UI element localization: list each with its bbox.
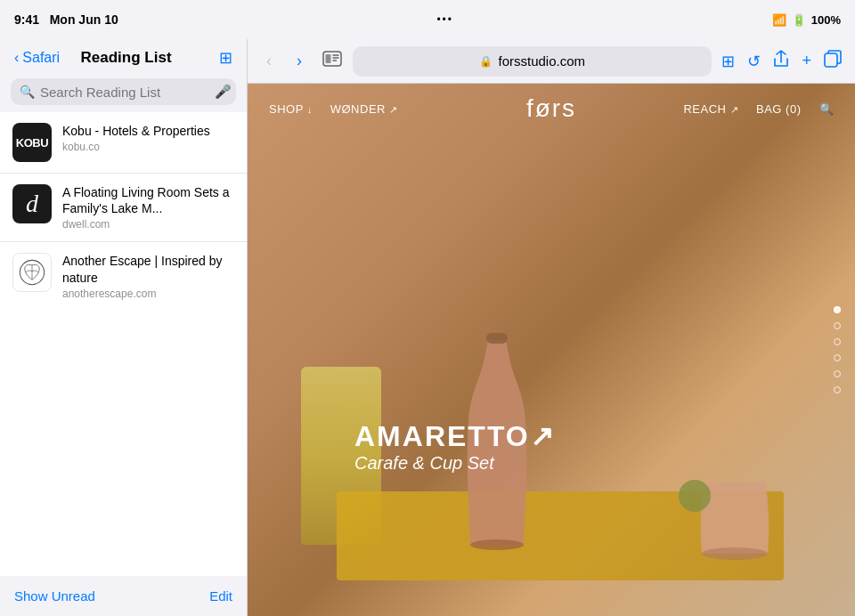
status-right: 📶 🔋 100% [772, 13, 841, 27]
reading-list: KOBU Kobu - Hotels & Properties kobu.co … [0, 112, 247, 576]
reach-arrow-icon: ↗ [730, 104, 739, 116]
time-display: 9:41 [14, 12, 39, 27]
nav-left: SHOP ↓ WØNDER ↗ [269, 102, 398, 116]
item-content: Kobu - Hotels & Properties kobu.co [62, 123, 234, 153]
item-url: dwell.com [62, 218, 234, 231]
new-tab-button[interactable]: + [797, 48, 816, 74]
svg-point-11 [679, 480, 711, 512]
slide-dot-5[interactable] [834, 370, 841, 377]
svg-rect-9 [486, 333, 508, 344]
shop-arrow-icon: ↓ [307, 104, 313, 115]
grid-view-button[interactable]: ⊞ [219, 48, 232, 68]
nav-shop[interactable]: SHOP ↓ [269, 102, 313, 116]
list-item[interactable]: d A Floating Living Room Sets a Family's… [0, 174, 247, 242]
item-url: anotherescape.com [62, 288, 234, 300]
sidebar-footer: Show Unread Edit [0, 576, 247, 616]
item-favicon-kobu: KOBU [12, 123, 52, 162]
leaf-svg-icon [19, 259, 45, 286]
nav-bag[interactable]: BAG (0) [756, 102, 801, 116]
tabs-overview-button[interactable] [819, 46, 846, 76]
wonder-arrow-icon: ↗ [389, 104, 398, 116]
sidebar-title: Reading List [33, 49, 219, 67]
item-title: Kobu - Hotels & Properties [62, 123, 234, 139]
svg-point-8 [470, 539, 524, 550]
back-nav-button[interactable]: ‹ [256, 48, 281, 74]
svg-rect-3 [326, 54, 331, 63]
hero-text-overlay: AMARETTO↗ Carafe & Cup Set [354, 419, 556, 474]
item-title: Another Escape | Inspired by nature [62, 253, 234, 285]
item-url: kobu.co [62, 141, 234, 153]
status-center-dots: ••• [436, 13, 453, 26]
app-container: ‹ Safari Reading List ⊞ 🔍 🎤 KOBU Kobu - … [0, 39, 855, 616]
list-item[interactable]: Another Escape | Inspired by nature anot… [0, 242, 247, 310]
olive-decoration [677, 478, 712, 514]
nav-search-icon[interactable]: 🔍 [819, 102, 835, 116]
search-input[interactable] [40, 85, 209, 100]
website-nav: SHOP ↓ WØNDER ↗ førs REACH ↗ BAG (0) 🔍 [248, 84, 855, 134]
browser-area: ‹ › 🔒 forsstudio.com ⊞ ↺ [248, 39, 855, 616]
list-item[interactable]: KOBU Kobu - Hotels & Properties kobu.co [0, 112, 247, 174]
reading-list-add-button[interactable]: ⊞ [717, 48, 739, 75]
slide-dots [834, 306, 841, 393]
nav-right: REACH ↗ BAG (0) 🔍 [683, 102, 834, 116]
item-title: A Floating Living Room Sets a Family's L… [62, 184, 234, 216]
back-chevron-icon: ‹ [14, 50, 19, 66]
toolbar-actions: ⊞ ↺ + [717, 46, 846, 76]
sidebar-header: ‹ Safari Reading List ⊞ [0, 39, 247, 73]
address-text: forsstudio.com [498, 53, 585, 69]
status-bar: 9:41 Mon Jun 10 ••• 📶 🔋 100% [0, 0, 855, 39]
share-button[interactable] [769, 46, 794, 76]
share-icon [773, 50, 789, 68]
hero-subtitle: Carafe & Cup Set [354, 453, 556, 474]
nav-reach[interactable]: REACH ↗ [683, 102, 738, 116]
hero-title: AMARETTO↗ [354, 419, 556, 453]
status-time: 9:41 Mon Jun 10 [14, 12, 118, 27]
edit-button[interactable]: Edit [209, 588, 232, 604]
slide-dot-3[interactable] [834, 338, 841, 345]
slide-dot-4[interactable] [834, 354, 841, 361]
reader-icon [322, 51, 342, 67]
show-unread-button[interactable]: Show Unread [14, 588, 95, 604]
slide-dot-6[interactable] [834, 386, 841, 393]
wifi-icon: 📶 [772, 13, 786, 27]
address-bar[interactable]: 🔒 forsstudio.com [353, 46, 712, 77]
website-content: SHOP ↓ WØNDER ↗ førs REACH ↗ BAG (0) 🔍 [248, 84, 855, 616]
item-content: A Floating Living Room Sets a Family's L… [62, 184, 234, 231]
forward-nav-button[interactable]: › [287, 48, 312, 74]
date-display: Mon Jun 10 [50, 12, 118, 27]
svg-rect-7 [825, 53, 837, 67]
svg-point-10 [702, 547, 768, 560]
item-content: Another Escape | Inspired by nature anot… [62, 253, 234, 299]
battery-icon: 🔋 [792, 13, 806, 27]
browser-toolbar: ‹ › 🔒 forsstudio.com ⊞ ↺ [248, 39, 855, 84]
search-icon: 🔍 [20, 85, 35, 99]
mic-icon[interactable]: 🎤 [215, 84, 232, 100]
slide-dot-1[interactable] [834, 306, 841, 313]
sidebar: ‹ Safari Reading List ⊞ 🔍 🎤 KOBU Kobu - … [0, 39, 248, 616]
tabs-icon [824, 50, 842, 68]
reader-mode-button[interactable] [317, 47, 347, 75]
lock-icon: 🔒 [479, 55, 493, 68]
slide-dot-2[interactable] [834, 322, 841, 329]
search-bar[interactable]: 🔍 🎤 [11, 78, 236, 105]
nav-wonder[interactable]: WØNDER ↗ [330, 102, 398, 116]
item-favicon-another [12, 253, 52, 292]
battery-percent: 100% [811, 13, 841, 27]
reload-button[interactable]: ↺ [743, 48, 765, 75]
item-favicon-dwell: d [12, 184, 52, 223]
brand-logo: førs [526, 94, 576, 123]
